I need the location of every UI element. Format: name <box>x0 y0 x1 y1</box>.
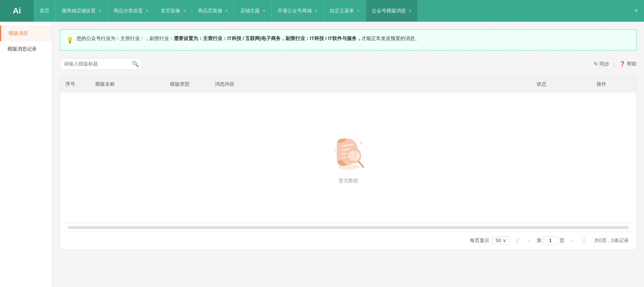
table-header-content: 消息内容 <box>210 76 531 92</box>
notice-box: 💡 您的公众号行业为：主营行业：，副营行业：需要设置为：主营行业：IT科技 / … <box>60 29 637 51</box>
empty-text: 暂无数据 <box>326 177 371 184</box>
table-header-type: 模版类型 <box>165 76 210 92</box>
toolbar-divider: | <box>614 61 615 67</box>
search-input-wrap: 🔍 <box>60 58 142 70</box>
app-logo: Ai <box>0 0 34 22</box>
page-input-wrap: 第 页 <box>537 236 564 245</box>
help-icon: ❓ <box>619 61 625 67</box>
nav-tab-close-store-theme[interactable]: × <box>263 8 265 13</box>
page-after-label: 页 <box>560 237 564 244</box>
nav-tab-store-theme[interactable]: 店铺主题× <box>234 0 272 22</box>
page-prev-button[interactable]: ＜ <box>525 236 534 245</box>
nav-tab-store-settings[interactable]: 微商城店铺设置× <box>56 0 108 22</box>
svg-point-8 <box>360 141 363 144</box>
page-size-select[interactable]: 50 ∨ <box>492 236 509 244</box>
nav-tab-category-settings[interactable]: 商品分类设置× <box>108 0 155 22</box>
sync-button[interactable]: ↻ 同步 <box>594 61 609 67</box>
notice-highlight: 需要设置为：主营行业：IT科技 / 互联网|电子商务，副营行业：IT科技 / I… <box>174 36 361 41</box>
sidebar-item-template-message-log[interactable]: 模版消息记录 <box>0 41 52 57</box>
toolbar-right: ↻ 同步 | ❓ 帮助 <box>594 61 637 67</box>
sidebar: 模版消息模版消息记录 <box>0 22 52 287</box>
empty-illustration <box>326 131 371 176</box>
page-last-button[interactable]: ⟩⟩ <box>579 236 588 245</box>
notice-text: 您的公众号行业为：主营行业：，副营行业：需要设置为：主营行业：IT科技 / 互联… <box>77 35 630 43</box>
help-button[interactable]: ❓ 帮助 <box>619 61 637 67</box>
page-size-chevron-icon: ∨ <box>503 238 506 243</box>
nav-tab-template-msg[interactable]: 公众号模版消息× <box>366 0 418 22</box>
svg-point-10 <box>334 149 336 151</box>
nav-tab-home[interactable]: 首页 <box>34 0 56 22</box>
table-header-action: 操作 <box>591 76 636 92</box>
svg-point-9 <box>364 147 366 149</box>
table-header-name: 模版名称 <box>90 76 165 92</box>
nav-tab-open-mall[interactable]: 开通公众号商城× <box>272 0 324 22</box>
nav-tab-close-custom-menu[interactable]: × <box>357 8 360 13</box>
pagination: 每页显示 50 ∨ ⟨⟨ ＜ 第 页 ＞ ⟩⟩ 共0页，0条记录 <box>60 231 636 250</box>
page-next-button[interactable]: ＞ <box>567 236 576 245</box>
svg-point-7 <box>348 150 359 161</box>
nav-tab-close-home-decoration[interactable]: × <box>183 8 186 13</box>
nav-tab-close-template-msg[interactable]: × <box>409 8 412 13</box>
nav-tab-close-product-decoration[interactable]: × <box>225 8 228 13</box>
nav-tab-custom-menu[interactable]: 自定义菜单× <box>324 0 366 22</box>
nav-tab-home-decoration[interactable]: 首页装修× <box>155 0 192 22</box>
content-area: 💡 您的公众号行业为：主营行业：，副营行业：需要设置为：主营行业：IT科技 / … <box>52 22 644 287</box>
sync-icon: ↻ <box>594 61 598 67</box>
scrollbar-area <box>60 223 636 231</box>
nav-tab-product-decoration[interactable]: 商品页装修× <box>192 0 234 22</box>
help-label: 帮助 <box>627 61 637 67</box>
data-table: 序号模版名称模版类型消息内容状态操作 <box>60 76 637 250</box>
notice-prefix: 您的公众号行业为：主营行业：，副营行业： <box>77 36 174 41</box>
nav-tabs: 首页微商城店铺设置×商品分类设置×首页装修×商品页装修×店铺主题×开通公众号商城… <box>34 0 635 22</box>
sidebar-item-template-message[interactable]: 模版消息 <box>0 25 52 41</box>
notice-suffix: 才能正常发送预置的消息。 <box>361 36 420 41</box>
empty-state: 暂无数据 <box>326 131 371 184</box>
close-all-button[interactable]: × <box>635 7 638 14</box>
page-first-button[interactable]: ⟨⟨ <box>513 236 522 245</box>
table-body: 暂无数据 <box>60 92 636 223</box>
scrollbar-track[interactable] <box>68 226 629 229</box>
total-info: 共0页，0条记录 <box>594 237 629 244</box>
page-before-label: 第 <box>537 237 542 244</box>
top-nav: Ai 首页微商城店铺设置×商品分类设置×首页装修×商品页装修×店铺主题×开通公众… <box>0 0 644 22</box>
main-layout: 模版消息模版消息记录 💡 您的公众号行业为：主营行业：，副营行业：需要设置为：主… <box>0 22 644 287</box>
search-button[interactable]: 🔍 <box>132 61 139 67</box>
nav-tab-close-open-mall[interactable]: × <box>315 8 317 13</box>
search-bar: 🔍 ↻ 同步 | ❓ 帮助 <box>60 58 637 70</box>
sync-label: 同步 <box>600 61 609 67</box>
search-input[interactable] <box>60 58 142 70</box>
page-size-value: 50 <box>496 238 501 243</box>
page-size-label: 每页显示 <box>470 237 489 244</box>
notice-icon: 💡 <box>66 35 74 45</box>
nav-tab-close-category-settings[interactable]: × <box>146 8 148 13</box>
table-header: 序号模版名称模版类型消息内容状态操作 <box>60 76 636 92</box>
page-number-input[interactable] <box>543 236 558 245</box>
table-header-index: 序号 <box>60 76 90 92</box>
nav-tab-close-store-settings[interactable]: × <box>99 8 101 13</box>
table-header-status: 状态 <box>531 76 591 92</box>
search-icon: 🔍 <box>132 61 139 67</box>
